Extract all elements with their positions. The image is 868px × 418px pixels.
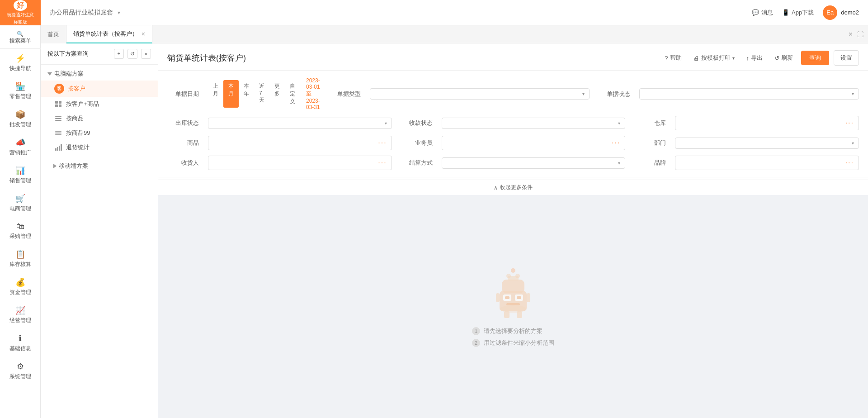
goods-label: 商品 [167,139,199,147]
filter-row-1: 单据日期 上月 本月 本年 近7天 更多 自定义 2023-03-01 至 20… [167,77,859,110]
date-filter-control: 上月 本月 本年 近7天 更多 自定义 2023-03-01 至 2023-03… [208,77,320,110]
print-dropdown-icon: ▾ [732,56,735,61]
scheme-label-customer-goods: 按客户+商品 [66,100,99,108]
page-header: 销货单统计表(按客户) ? 帮助 🖨 按模板打印 ▾ ↑ 导出 [158,43,868,71]
svg-rect-11 [57,147,58,151]
date-tab-this-year[interactable]: 本年 [239,80,254,108]
desktop-scheme-header[interactable]: 电脑端方案 [41,67,158,81]
app-logo[interactable]: 好 畅捷通好生意 标账版 [0,0,41,25]
customer-goods-icon [54,100,62,108]
scheme-item-goods99[interactable]: 按商品99 [41,126,158,140]
sidebar-item-quick-nav[interactable]: ⚡ 快捷导航 [0,49,41,77]
help-btn[interactable]: ? 帮助 [661,52,685,64]
sidebar-item-search[interactable]: 🔍 搜索菜单 [0,25,41,49]
operation-icon: 📈 [15,305,25,315]
search-icon: 🔍 [17,31,24,37]
sidebar-item-purchase[interactable]: 🛍 采购管理 [0,217,41,245]
top-header: 办公用品行业模拟账套 ▾ 💬 消息 📱 App下载 Ea demo2 [41,0,868,25]
message-btn[interactable]: 💬 消息 [752,9,773,17]
date-tabs: 上月 本月 本年 近7天 更多 自定义 [208,80,300,108]
tab-actions: × ⛶ [844,30,868,38]
date-tab-this-month[interactable]: 本月 [223,80,239,108]
scheme-label-goods99: 按商品99 [66,129,90,137]
sidebar-item-sales[interactable]: 📊 销售管理 [0,161,41,189]
receipt-status-select[interactable]: ▾ [442,118,626,129]
collapse-panel-btn[interactable]: « [141,49,151,59]
order-status-label: 单据状态 [599,90,630,98]
tab-close-icon[interactable]: × [142,30,145,38]
tab-sales-report-label: 销货单统计表（按客户） [73,30,138,38]
export-btn[interactable]: ↑ 导出 [743,52,767,64]
settlement-select[interactable]: ▾ [442,157,626,169]
sidebar-item-basic-info[interactable]: ℹ 基础信息 [0,329,41,357]
settings-button[interactable]: 设置 [834,50,859,66]
salesperson-select[interactable]: ··· [442,136,626,150]
tab-sales-report[interactable]: 销货单统计表（按客户） × [66,25,152,43]
app-download-btn[interactable]: 📱 App下载 [782,9,814,17]
brand-select[interactable]: ··· [675,156,859,170]
sidebar-label-basic-info: 基础信息 [9,345,31,352]
out-status-select[interactable]: ▾ [208,118,392,129]
user-area[interactable]: Ea demo2 [823,5,859,20]
purchase-icon: 🛍 [16,222,24,231]
marketing-icon: 📣 [15,138,25,147]
tab-close-page-icon[interactable]: × [849,30,853,38]
page-title: 销货单统计表(按客户) [167,52,246,63]
tab-maximize-icon[interactable]: ⛶ [857,31,863,38]
order-type-arrow: ▾ [582,91,585,96]
order-type-label: 单据类型 [329,90,361,98]
collapse-filter-btn[interactable]: ∧ 收起更多条件 [158,180,868,195]
tab-bar: 首页 销货单统计表（按客户） × × ⛶ [41,25,868,43]
receiver-select[interactable]: ··· [208,156,392,170]
refresh-btn[interactable]: ↺ 刷新 [771,52,797,64]
scheme-label-return: 退货统计 [66,143,90,152]
date-tab-7days[interactable]: 近7天 [254,80,269,108]
tab-home-label: 首页 [47,30,59,38]
brand-dots: ··· [845,159,854,167]
svg-rect-23 [504,311,509,318]
svg-rect-12 [59,146,60,151]
add-scheme-btn[interactable]: + [114,49,124,59]
order-type-select[interactable]: ▾ [370,88,590,100]
sales-icon: 📊 [15,166,25,176]
sidebar: 好 畅捷通好生意 标账版 🔍 搜索菜单 ⚡ 快捷导航 🏪 零售管理 📦 批发管理… [0,0,41,418]
hint-2-text: 用过滤条件来缩小分析范围 [484,339,554,347]
scheme-label-goods: 按商品 [66,114,84,123]
date-tab-more[interactable]: 更多 [269,80,285,108]
svg-rect-4 [55,116,61,117]
scheme-item-goods[interactable]: 按商品 [41,111,158,126]
empty-hints: 1 请先选择要分析的方案 2 用过滤条件来缩小分析范围 [472,327,554,347]
scheme-item-customer[interactable]: 客 按客户 [41,81,158,97]
goods-select[interactable]: ··· [208,136,392,150]
ecommerce-icon: 🛒 [15,194,25,204]
sidebar-label-sales: 销售管理 [9,177,31,185]
sidebar-item-inventory[interactable]: 📋 库存核算 [0,245,41,273]
mobile-scheme-header[interactable]: 移动端方案 [41,159,158,173]
sidebar-item-marketing[interactable]: 📣 营销推广 [0,133,41,161]
svg-rect-3 [59,104,61,107]
sidebar-item-wholesale[interactable]: 📦 批发管理 [0,105,41,133]
scheme-item-return[interactable]: 退货统计 [41,140,158,155]
header-dropdown-icon[interactable]: ▾ [118,10,120,16]
query-button[interactable]: 查询 [801,51,829,65]
print-btn[interactable]: 🖨 按模板打印 ▾ [690,52,738,64]
sidebar-item-operation[interactable]: 📈 经营管理 [0,301,41,329]
refresh-scheme-btn[interactable]: ↺ [127,49,137,59]
sidebar-item-retail[interactable]: 🏪 零售管理 [0,77,41,105]
warehouse-select[interactable]: ··· [675,116,859,130]
sidebar-item-finance[interactable]: 💰 资金管理 [0,273,41,301]
sidebar-item-system[interactable]: ⚙ 系统管理 [0,357,41,385]
order-status-select[interactable]: ▾ [639,88,859,100]
tab-home[interactable]: 首页 [41,25,66,43]
avatar-initials: Ea [826,9,834,16]
scheme-item-customer-goods[interactable]: 按客户+商品 [41,97,158,111]
sidebar-item-ecommerce[interactable]: 🛒 电商管理 [0,189,41,217]
sidebar-label-system: 系统管理 [9,373,31,380]
return-icon [54,143,62,152]
header-left: 办公用品行业模拟账套 ▾ [50,9,120,17]
department-select[interactable]: ▾ [675,138,859,149]
date-tab-last-month[interactable]: 上月 [208,80,223,108]
date-tab-custom[interactable]: 自定义 [285,80,300,108]
refresh-icon: ↺ [774,55,779,62]
receipt-status-arrow: ▾ [618,121,620,126]
